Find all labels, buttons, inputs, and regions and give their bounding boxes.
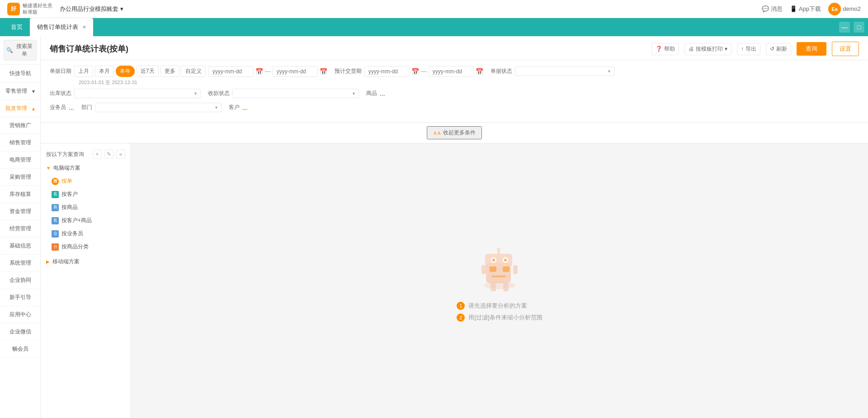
calendar-icon-2[interactable]: 📅 <box>320 68 327 75</box>
search-menu-button[interactable]: 🔍 搜索菜单 <box>4 40 37 61</box>
customer-more-button[interactable]: ... <box>242 104 248 111</box>
date-quick-buttons: 上月 本月 本年 近7天 更多 自定义 <box>74 66 206 77</box>
scheme-item-by-salesperson[interactable]: 业 按业务员 <box>41 227 131 240</box>
collapse-filter-button[interactable]: ∧∧ 收起更多条件 <box>427 126 482 139</box>
payment-status-select[interactable]: ▾ <box>232 89 359 98</box>
department-select[interactable]: ▾ <box>95 103 222 112</box>
empty-hints: 1 请先选择要分析的方案 2 用[过滤]条件来缩小分析范围 <box>457 302 542 322</box>
quick-nav-button[interactable]: 快捷导航 <box>0 67 40 80</box>
sidebar-item-operations[interactable]: 经营管理 <box>0 220 40 238</box>
doc-status-label: 单据状态 <box>491 67 512 75</box>
svg-rect-5 <box>481 265 486 274</box>
scheme-item-by-category[interactable]: 分 按商品分类 <box>41 240 131 253</box>
edit-scheme-button[interactable]: ✎ <box>104 150 113 159</box>
tab-bar: 首页 销售订单统计表 × — □ <box>0 18 868 36</box>
date-end-input[interactable] <box>273 66 318 77</box>
sidebar-item-finance[interactable]: 资金管理 <box>0 203 40 220</box>
scheme-icon-circle: 按 <box>52 178 59 185</box>
scheme-item-by-customer[interactable]: 客 按客户 <box>41 188 131 201</box>
export-button[interactable]: ↑ 导出 <box>737 43 760 55</box>
svg-rect-4 <box>491 276 506 277</box>
sidebar-item-basic[interactable]: 基础信息 <box>0 238 40 255</box>
date-separator: — <box>265 68 271 75</box>
sidebar-item-appstore[interactable]: 应用中心 <box>0 306 40 323</box>
refresh-icon: ↺ <box>770 46 774 52</box>
tab-maximize-button[interactable]: □ <box>854 22 864 33</box>
tab-sales-order-stat[interactable]: 销售订单统计表 × <box>30 18 93 36</box>
scheme-item-by-goods[interactable]: 商 按商品 <box>41 201 131 214</box>
sidebar-item-retail[interactable]: 零售管理 ▾ <box>0 83 40 100</box>
collapse-scheme-button[interactable]: « <box>116 150 125 159</box>
logo-icon: 好 <box>7 3 20 15</box>
calendar-icon[interactable]: 📅 <box>255 68 263 75</box>
custom-date-button[interactable]: 自定义 <box>181 66 206 77</box>
filter-goods: 商品 ... <box>366 90 385 97</box>
empty-illustration <box>472 240 527 294</box>
page-title: 销售订单统计表(按单) <box>50 43 128 54</box>
refresh-button[interactable]: ↺ 刷新 <box>766 43 791 55</box>
sidebar-item-marketing[interactable]: 营销推广 <box>0 117 40 134</box>
sidebar-item-ecommerce[interactable]: 电商管理 <box>0 152 40 169</box>
triangle-down-icon: ▼ <box>46 166 51 171</box>
expected-date-label: 预计交货期 <box>335 67 362 75</box>
sidebar-item-members[interactable]: 畅会员 <box>0 341 40 358</box>
svg-point-13 <box>504 259 507 261</box>
query-button[interactable]: 查询 <box>797 42 826 56</box>
sidebar-item-newbie[interactable]: 新手引导 <box>0 289 40 306</box>
expected-date-end-input[interactable] <box>429 66 474 77</box>
7days-button[interactable]: 近7天 <box>137 66 159 77</box>
add-scheme-button[interactable]: + <box>93 150 102 159</box>
user-menu[interactable]: Ea demo2 <box>828 3 861 15</box>
goods-more-button[interactable]: ... <box>380 90 385 97</box>
sidebar-quick-nav: 快捷导航 <box>0 65 40 83</box>
settings-button[interactable]: 设置 <box>832 42 859 56</box>
sidebar-item-sales[interactable]: 销售管理 <box>0 134 40 152</box>
logo-text: 畅捷通好生意 标准版 <box>23 3 52 14</box>
tab-close-icon[interactable]: × <box>83 24 86 30</box>
doc-status-select[interactable]: ▾ <box>515 66 614 76</box>
calendar-icon-3[interactable]: 📅 <box>411 68 419 75</box>
top-bar-right: 💬 消息 📱 App下载 Ea demo2 <box>762 3 861 15</box>
avatar: Ea <box>828 3 841 15</box>
message-button[interactable]: 💬 消息 <box>762 5 783 13</box>
pc-scheme-group: ▼ 电脑端方案 按 按单 客 按客户 商 <box>41 162 131 253</box>
export-icon: ↑ <box>741 46 744 52</box>
app-download-button[interactable]: 📱 App下载 <box>790 5 821 13</box>
sidebar-item-purchase[interactable]: 采购管理 <box>0 169 40 186</box>
svg-rect-3 <box>503 266 509 272</box>
date-start-input[interactable] <box>208 66 254 77</box>
svg-rect-8 <box>503 283 509 291</box>
svg-rect-6 <box>513 265 518 274</box>
more-date-button[interactable]: 更多 <box>160 66 179 77</box>
ship-status-select[interactable]: ▾ <box>74 89 201 98</box>
pc-group-header[interactable]: ▼ 电脑端方案 <box>41 162 131 175</box>
sidebar: 🔍 搜索菜单 快捷导航 零售管理 ▾ 批发管理 ▴ 营销推广 销售管理 电商管理… <box>0 36 41 418</box>
this-year-button[interactable]: 本年 <box>116 66 135 77</box>
filter-doc-status: 单据状态 ▾ <box>491 66 614 76</box>
filter-payment-status: 收款状态 ▾ <box>208 89 359 98</box>
sidebar-item-wholesale[interactable]: 批发管理 ▴ <box>0 100 40 117</box>
download-icon: 📱 <box>790 5 797 12</box>
sidebar-item-inventory[interactable]: 库存核算 <box>0 186 40 203</box>
scheme-item-by-customer-goods[interactable]: 客 按客户+商品 <box>41 214 131 227</box>
help-button[interactable]: ❓ 帮助 <box>651 43 679 55</box>
scheme-icon-customer: 客 <box>52 191 59 198</box>
expected-date-start-input[interactable] <box>364 66 410 77</box>
print-button[interactable]: 🖨 按模板打印 ▾ <box>684 43 731 55</box>
scheme-icon-salesperson: 业 <box>52 230 59 238</box>
tab-home[interactable]: 首页 <box>4 18 30 36</box>
triangle-right-icon: ▶ <box>46 259 50 264</box>
empty-hint-2: 2 用[过滤]条件来缩小分析范围 <box>457 314 542 322</box>
this-month-button[interactable]: 本月 <box>95 66 114 77</box>
company-dropdown[interactable]: 办公用品行业模拟账套 ▾ <box>56 3 127 15</box>
calendar-icon-4[interactable]: 📅 <box>476 68 483 75</box>
sidebar-item-enterprise-wechat[interactable]: 企业微信 <box>0 323 40 341</box>
chevron-down-icon: ▾ <box>608 69 610 74</box>
salesperson-more-button[interactable]: ... <box>69 104 74 111</box>
prev-month-button[interactable]: 上月 <box>74 66 93 77</box>
scheme-item-by-order[interactable]: 按 按单 <box>41 175 131 188</box>
mobile-group-header[interactable]: ▶ 移动端方案 <box>41 255 131 268</box>
sidebar-item-system[interactable]: 系统管理 <box>0 255 40 272</box>
tab-minimize-button[interactable]: — <box>839 22 850 33</box>
sidebar-item-enterprise[interactable]: 企业协同 <box>0 272 40 289</box>
